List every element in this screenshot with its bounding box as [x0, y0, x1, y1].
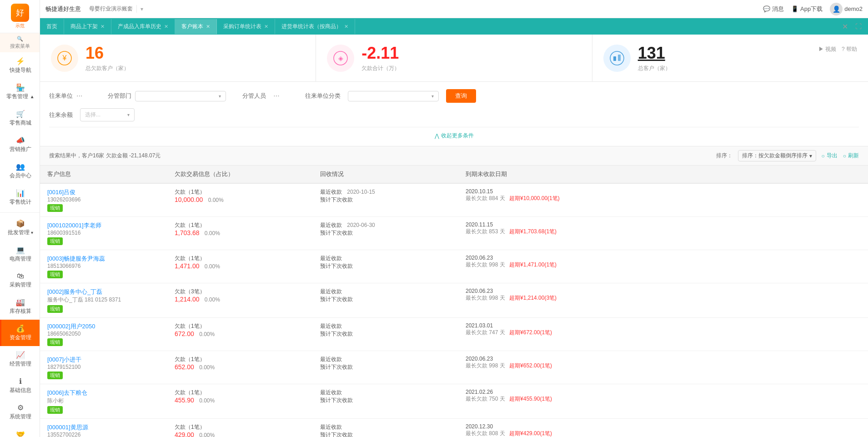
debt-amount-link[interactable]: 652.00: [175, 363, 194, 371]
debt-amount-link[interactable]: 455.90: [175, 397, 194, 404]
debt-label: 欠款（1笔）: [175, 356, 205, 362]
close-all-tabs-button[interactable]: ✕: [839, 21, 851, 32]
debt-amount-link[interactable]: 672.00: [175, 330, 194, 337]
tab-close-icon[interactable]: ✕: [100, 24, 105, 30]
debt-amount-link[interactable]: 10,000.00: [175, 196, 203, 203]
sidebar-item-business-mgmt[interactable]: 📈 经营管理: [0, 346, 40, 372]
debt-amount-value: -2.11: [361, 44, 400, 63]
sidebar-item-capital-mgmt[interactable]: 💰 资金管理: [0, 320, 40, 346]
overdue-amount-link[interactable]: 超期¥1,471.00(1笔): [509, 261, 557, 268]
overdue-amount-link[interactable]: 超期¥1,214.00(3笔): [509, 295, 557, 301]
customer-name-link[interactable]: [0003]畅捷服务尹海蕊: [47, 255, 160, 263]
table-row: [0016]吕俊 13026203696 现销 欠款（1笔） 10,000.00…: [40, 183, 868, 217]
overdue-amount-link[interactable]: 超期¥672.00(1笔): [509, 329, 552, 336]
retail-mgmt-icon: 🏪: [3, 83, 38, 92]
debt-amount-link[interactable]: 1,703.68: [175, 229, 200, 236]
info-icon: ℹ: [3, 377, 38, 386]
from-unit-filter: 往来单位 ···: [49, 92, 82, 100]
refresh-label: 刷新: [848, 152, 859, 160]
unit-category-select[interactable]: ▾: [348, 91, 439, 101]
tab-close-icon[interactable]: ✕: [164, 24, 168, 30]
from-unit-input-dots[interactable]: ···: [76, 92, 82, 100]
customer-name-link[interactable]: [0001020001]李老师: [47, 221, 160, 230]
tab-label: 商品上下架: [70, 23, 98, 30]
sidebar-item-retail-stats[interactable]: 📊 零售统计: [0, 184, 40, 211]
debt-amount-link[interactable]: 429.00: [175, 431, 194, 437]
customer-name-link[interactable]: [0006]去下粮仓: [47, 389, 160, 397]
sort-selector[interactable]: 排序：按欠款金额倒序排序 ▾: [738, 150, 816, 161]
overdue-amount-link[interactable]: 超期¥1,703.68(1笔): [509, 228, 557, 235]
dept-select[interactable]: ▾: [135, 91, 226, 101]
sidebar-item-ecommerce[interactable]: 💻 电商管理: [0, 241, 40, 267]
tab-product-onoff[interactable]: 商品上下架 ✕: [64, 19, 111, 34]
tab-close-icon[interactable]: ✕: [206, 24, 210, 30]
next-collect-label: 预计下次收款: [320, 432, 353, 437]
sidebar-item-marketing[interactable]: 📣 营销推广: [0, 131, 40, 158]
sidebar-item-basic-info[interactable]: ℹ 基础信息: [0, 372, 40, 399]
customer-tag: 现销: [47, 406, 63, 414]
balance-select[interactable]: 选择... ▾: [80, 108, 135, 121]
customer-name-link[interactable]: [000001]黄思源: [47, 423, 160, 432]
app-download-button[interactable]: 📱 App下载: [791, 5, 823, 13]
cell-return-info: 最近收款 预计下次收款: [313, 384, 458, 419]
sidebar-item-label: 零售管理: [6, 93, 28, 100]
refresh-button[interactable]: ○ 刷新: [843, 152, 859, 160]
overdue-amount-link[interactable]: 超期¥652.00(1笔): [509, 362, 552, 369]
sidebar-item-quick-nav[interactable]: ⚡ 快捷导航: [0, 52, 40, 79]
sidebar-item-member-center[interactable]: 👥 会员中心: [0, 158, 40, 184]
sidebar-item-warehouse[interactable]: 🏭 库存核算: [0, 293, 40, 320]
debt-amount-link[interactable]: 1,471.00: [175, 262, 200, 270]
company-selector[interactable]: 母婴行业演示账套: [85, 5, 137, 13]
app-title: 畅捷通好生意: [45, 5, 85, 13]
customer-phone: 陈小彬: [47, 397, 160, 405]
sidebar-item-enterprise-coop[interactable]: 🤝 企业协同: [0, 425, 40, 437]
person-input-dots[interactable]: ···: [273, 92, 279, 100]
export-button[interactable]: ○ 导出: [822, 152, 838, 160]
overdue-amount-link[interactable]: 超期¥10,000.00(1笔): [509, 195, 560, 201]
overdue-days: 最长欠款 884 天: [466, 195, 505, 201]
tab-purchase-summary[interactable]: 采购订单统计表 ✕: [217, 19, 275, 34]
customer-name-link[interactable]: [000002]用户2050: [47, 322, 160, 331]
sidebar-item-system-mgmt[interactable]: ⚙ 系统管理: [0, 399, 40, 425]
maximize-button[interactable]: ⛶: [853, 22, 864, 31]
dept-label: 分管部门: [108, 92, 131, 100]
due-date: 2020.10.15: [466, 188, 861, 195]
tab-customer-account[interactable]: 客户账本 ✕: [175, 19, 217, 34]
overdue-amount-link[interactable]: 超期¥455.90(1笔): [509, 396, 552, 402]
balance-filter: 往来余额 选择... ▾: [49, 108, 135, 121]
balance-label: 往来余额: [49, 111, 73, 119]
tab-home[interactable]: 首页: [40, 19, 64, 34]
customer-name-link[interactable]: [0002]服务中心_丁磊: [47, 288, 160, 296]
overdue-amount-link[interactable]: 超期¥429.00(1笔): [509, 430, 552, 437]
customer-name-link[interactable]: [0007]小进干: [47, 356, 160, 364]
customer-phone: 18665062050: [47, 331, 160, 337]
sidebar-item-label: 零售统计: [10, 199, 31, 205]
cell-return-info: 最近收款 预计下次收款: [313, 419, 458, 437]
message-button[interactable]: 💬 消息: [763, 5, 784, 13]
stat-card-debt-customers: ¥ 16 总欠款客户（家）: [40, 35, 316, 81]
cell-customer-info: [0016]吕俊 13026203696 现销: [40, 183, 167, 217]
user-menu[interactable]: 👤 demo2: [830, 3, 863, 15]
table-row: [000002]用户2050 18665062050 现销 欠款（1笔） 672…: [40, 318, 868, 351]
sidebar-item-retail-mall[interactable]: 🛒 零售商城: [0, 105, 40, 131]
company-arrow[interactable]: ▾: [137, 6, 143, 12]
video-help-button[interactable]: ▶ 视频: [818, 45, 836, 53]
sidebar-item-purchase-mgmt[interactable]: 🛍 采购管理: [0, 267, 40, 293]
tab-close-icon[interactable]: ✕: [344, 24, 348, 30]
tab-inbound-summary[interactable]: 进货单统计表（按商品） ✕: [275, 19, 355, 34]
help-button[interactable]: ? 帮助: [842, 45, 857, 53]
debt-pct: 0.00%: [199, 432, 215, 437]
tab-production-history[interactable]: 产成品入库单历史 ✕: [111, 19, 175, 34]
sidebar-item-retail-mgmt[interactable]: 🏪 零售管理 ▲: [0, 79, 40, 105]
sidebar-item-label: 采购管理: [10, 281, 31, 288]
debt-amount-link[interactable]: 1,214.00: [175, 296, 200, 303]
sidebar-item-label: 快捷导航: [10, 67, 31, 73]
sidebar-item-label: 经营管理: [10, 361, 31, 367]
collapse-filter-button[interactable]: ⋀ 收起更多条件: [49, 129, 859, 142]
tab-close-icon[interactable]: ✕: [264, 24, 268, 30]
sidebar-item-batch-mgmt[interactable]: 📦 批发管理 ▾: [0, 215, 40, 241]
customer-name-link[interactable]: [0016]吕俊: [47, 188, 160, 196]
next-collect-label: 预计下次收款: [320, 397, 353, 403]
search-menu-item[interactable]: 🔍 搜索菜单: [0, 33, 40, 52]
search-button[interactable]: 查询: [446, 89, 476, 103]
